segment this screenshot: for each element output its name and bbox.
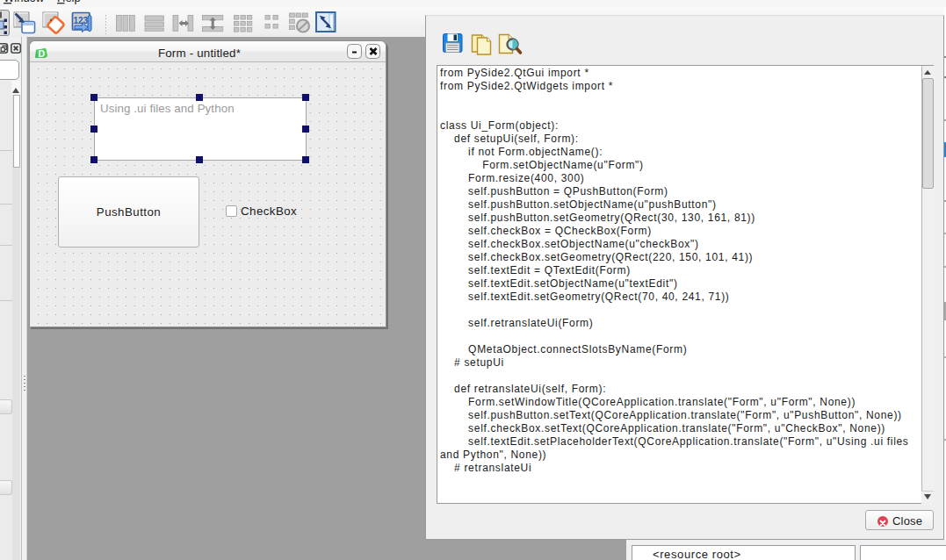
svg-text:123: 123	[74, 16, 89, 25]
